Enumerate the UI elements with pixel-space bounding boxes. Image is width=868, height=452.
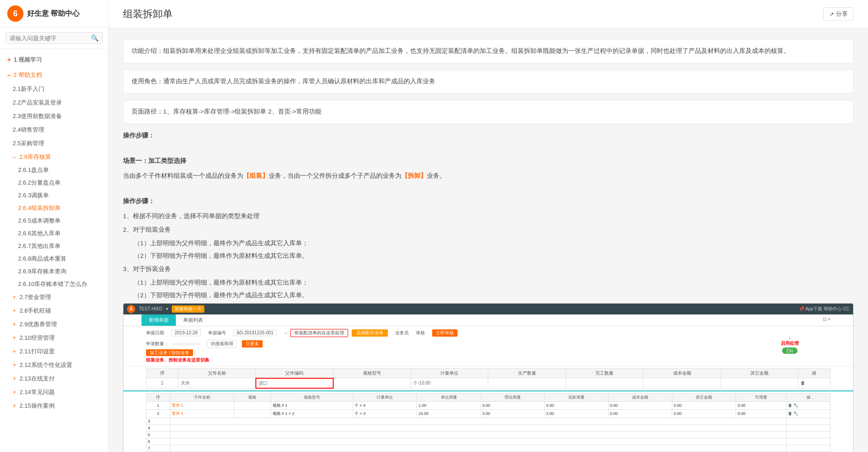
sub-name-2: 零件 2: [170, 409, 234, 418]
ss-no-input[interactable]: AD-20191226-001: [233, 329, 277, 336]
logo-text: 好生意 帮助中心: [27, 9, 80, 19]
annotation-text-1: 有装配清单的在这里处理: [290, 329, 348, 337]
content-body: 操作步骤： 场景一：加工类型选择 当由多个子件材料组装成一个成品的业务为【组装】…: [123, 130, 854, 301]
ss-select-btn[interactable]: 选择配件清单: [352, 329, 388, 337]
ss-qty-input[interactable]: [172, 343, 200, 345]
search-box: 🔍: [5, 32, 103, 44]
scenario-title: 场景一：加工类型选择: [123, 156, 854, 167]
status-on-badge[interactable]: On: [782, 347, 798, 354]
share-icon: ↗: [829, 11, 834, 18]
annotation-arrow-1: ←: [284, 330, 288, 335]
nav-sub-2: 2.1新手入门 2.2产品安装及登录 2.3使用前数据准备 2.4销售管理 2.…: [0, 82, 108, 413]
step-2-1: （1）上部明细为父件明细，最终作为产成品生成其它入库单；: [123, 238, 854, 249]
step-2: 2、对于组装业务: [123, 224, 854, 235]
sidebar-item-2-6-3[interactable]: 2.6.3调拨单: [0, 189, 108, 202]
sidebar-item-2-15[interactable]: + 2.15操作案例: [0, 399, 108, 413]
expand-icon-2: –: [7, 71, 11, 79]
ss-lower-table: 序 子件名称 规格 规格型号 计量单位 单位用量 理论用量 实际用量 成本金额 …: [146, 393, 830, 452]
sidebar-item-2-6-5[interactable]: 2.6.5成本调整单: [0, 214, 108, 227]
col-parent-name: 父件名称: [178, 368, 255, 378]
sidebar-item-1[interactable]: + 1.视频学习: [0, 52, 108, 67]
sidebar-item-2-label: 2.帮助文档: [14, 71, 42, 79]
step-1: 1、根据不同的业务，选择不同单据的类型来处理: [123, 211, 854, 222]
ss-type-btn[interactable]: 加工业务 | 拆卸业务: [146, 349, 193, 356]
ss-upper-table: 序 父件名称 父件编码 规格型号 计量单位 生产数量 完工数量 成本金额 其它金…: [146, 368, 830, 389]
sidebar-item-2-13[interactable]: + 2.13在线支付: [0, 372, 108, 385]
nav-group-1: + 1.视频学习: [0, 52, 108, 67]
sidebar-item-2-9[interactable]: + 2.9优惠券管理: [0, 318, 108, 331]
search-icon[interactable]: 🔍: [91, 34, 99, 42]
sidebar-item-2-6-1[interactable]: 2.6.1盘点单: [0, 164, 108, 176]
search-input[interactable]: [9, 35, 91, 42]
steps-title: 操作步骤：: [123, 196, 854, 207]
sidebar-item-2-10[interactable]: + 2.10经营管理: [0, 331, 108, 345]
sidebar: 6 好生意 帮助中心 🔍 + 1.视频学习 – 2.帮助文档 2.1新手入门 2…: [0, 0, 108, 452]
sidebar-item-2-8[interactable]: + 2.8手机旺辅: [0, 304, 108, 318]
annotation-text-3: 启用处理: [781, 340, 799, 347]
sub-name-1: 零件 1: [170, 401, 234, 409]
ss-upper-table-area: 序 父件名称 父件编码 规格型号 计量单位 生产数量 完工数量 成本金额 其它金…: [123, 366, 853, 390]
share-button[interactable]: ↗ 分享: [823, 7, 854, 21]
main-area: 组装拆卸单 ↗ 分享 功能介绍：组装拆卸单用来处理企业组装或拆卸等加工业务，支持…: [108, 0, 868, 452]
sidebar-item-2-12[interactable]: + 2.12系统个性化设置: [0, 358, 108, 372]
ss-form-header: 单据日期 2019-12-28 单据编号 AD-20191226-001 ← 有…: [123, 326, 853, 366]
sidebar-item-1-label: 1.视频学习: [14, 56, 42, 64]
ss-tab-list[interactable]: 单据列表: [176, 314, 210, 326]
sidebar-item-2[interactable]: – 2.帮助文档: [0, 68, 108, 82]
sidebar-item-2-2[interactable]: 2.2产品安装及登录: [0, 96, 108, 109]
ss-tab-new[interactable]: 新增单据: [142, 314, 176, 326]
role-intro-text: 使用角色：通常由生产人员或库管人员完成拆装业务的操作，库管人员确认原材料的出库和…: [132, 78, 435, 85]
sidebar-item-2-6-2[interactable]: 2.6.2分量盘点单: [0, 176, 108, 189]
step-3-2: （2）下部明细为子件明细，最终作为产成品生成其它入库单。: [123, 290, 854, 301]
sidebar-item-2-6[interactable]: – 2.6库存核算: [0, 150, 108, 164]
sidebar-item-2-14[interactable]: + 2.14常见问题: [0, 385, 108, 399]
step-2-2: （2）下部明细为子件明细，最终作为原材料生成其它出库单。: [123, 251, 854, 262]
ss-window-controls: ⊡ ×: [818, 314, 835, 326]
ss-search-input[interactable]: 供搜索商用: [208, 340, 236, 348]
func-intro-text: 功能介绍：组装拆卸单用来处理企业组装或拆卸等加工业务，支持有固定装配清单的产品加…: [132, 48, 790, 54]
ss-date-input[interactable]: 2019-12-28: [171, 329, 201, 336]
ss-save-btn[interactable]: 立即审核: [432, 329, 458, 337]
search-area: 🔍: [0, 28, 108, 49]
operation-title: 操作步骤：: [123, 130, 854, 141]
ss-tabs-row: 新增单据 单据列表 ⊡ ×: [123, 314, 853, 326]
sidebar-item-2-6-6[interactable]: 2.6.6其他入库单: [0, 227, 108, 240]
page-title: 组装拆卸单: [123, 7, 173, 21]
nav-area: + 1.视频学习 – 2.帮助文档 2.1新手入门 2.2产品安装及登录 2.3…: [0, 49, 108, 452]
sidebar-item-2-6-7[interactable]: 2.6.7其他出库单: [0, 240, 108, 252]
ss-date-label: 单据日期: [146, 330, 164, 336]
logo-icon: 6: [7, 5, 24, 22]
sidebar-item-2-6-4[interactable]: 2.6.4组装拆卸单: [0, 202, 108, 214]
step-3-1: （1）上部明细为父件明细，最终作为原材料生成其它出库单；: [123, 277, 854, 288]
sidebar-item-2-3[interactable]: 2.3使用前数据准备: [0, 109, 108, 123]
expand-icon-1: +: [7, 56, 11, 63]
annotation-text-2: 组装业务、拆卸业务在这里切换: [146, 357, 830, 363]
sidebar-item-2-4[interactable]: 2.4销售管理: [0, 123, 108, 137]
ss-apply-btn[interactable]: 立更多: [242, 340, 263, 347]
sidebar-item-2-7[interactable]: + 2.7资金管理: [0, 290, 108, 304]
sidebar-item-2-6-9[interactable]: 2.6.9库存账本查询: [0, 265, 108, 278]
ss-lower-table-area: 序 子件名称 规格 规格型号 计量单位 单位用量 理论用量 实际用量 成本金额 …: [123, 390, 853, 452]
sidebar-item-2-6-8[interactable]: 2.6.8商品成本重算: [0, 252, 108, 265]
main-header: 组装拆卸单 ↗ 分享: [108, 0, 868, 29]
nav-group-2: – 2.帮助文档 2.1新手入门 2.2产品安装及登录 2.3使用前数据准备 2…: [0, 68, 108, 413]
role-intro-box: 使用角色：通常由生产人员或库管人员完成拆装业务的操作，库管人员确认原材料的出库和…: [123, 70, 854, 94]
path-intro-box: 页面路径：1、库存核算->库存管理->组装拆卸单 2、首页->常用功能: [123, 100, 854, 124]
ss-window-bar: 6 TEST-H002 ▾ 新建单据一天 📌 App下载 帮助中心 CC: [123, 304, 853, 314]
sidebar-item-2-5[interactable]: 2.5采购管理: [0, 137, 108, 150]
func-intro-box: 功能介绍：组装拆卸单用来处理企业组装或拆卸等加工业务，支持有固定装配清单的产品加…: [123, 39, 854, 63]
path-intro-text: 页面路径：1、库存核算->库存管理->组装拆卸单 2、首页->常用功能: [132, 108, 321, 115]
main-content: 功能介绍：组装拆卸单用来处理企业组装或拆卸等加工业务，支持有固定装配清单的产品加…: [108, 29, 868, 452]
parent-code-cell: 进口: [256, 378, 333, 388]
logo-area: 6 好生意 帮助中心: [0, 0, 108, 28]
ss-logo: 6: [127, 305, 135, 313]
ss-nav-text: TEST-H002: [139, 306, 162, 311]
sidebar-item-2-6-10[interactable]: 2.6.10库存账本错了怎么办: [0, 278, 108, 290]
sidebar-item-2-11[interactable]: + 2.11打印设置: [0, 345, 108, 358]
scenario-desc: 当由多个子件材料组装成一个成品的业务为【组装】业务，当由一个父件拆分成多个子产品…: [123, 171, 854, 181]
step-3: 3、对于拆装业务: [123, 264, 854, 275]
ss-no-label: 单据编号: [208, 330, 226, 336]
screenshot-container: 6 TEST-H002 ▾ 新建单据一天 📌 App下载 帮助中心 CC 新增单…: [123, 303, 854, 452]
ss-new-btn: 新建单据一天: [172, 305, 204, 313]
sidebar-item-2-1[interactable]: 2.1新手入门: [0, 82, 108, 96]
